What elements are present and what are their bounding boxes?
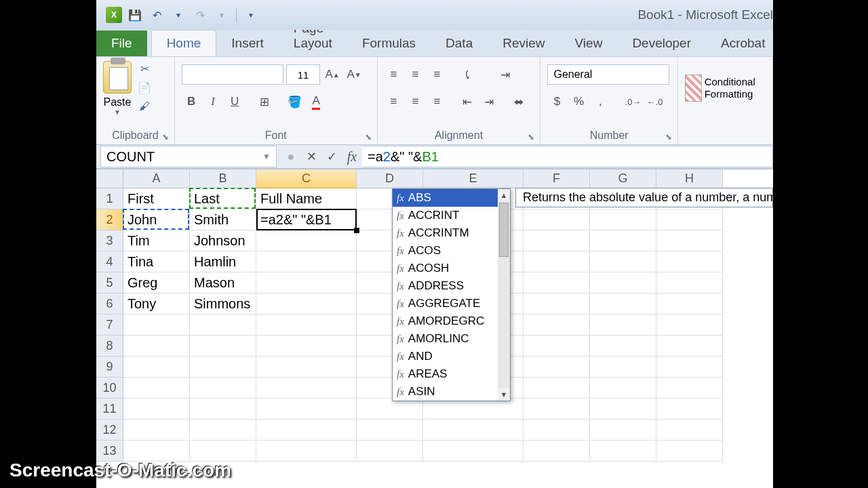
cell-F9[interactable] xyxy=(524,357,590,378)
cell-F13[interactable] xyxy=(524,441,590,462)
align-middle-button[interactable]: ≡ xyxy=(406,65,425,84)
cell-G3[interactable] xyxy=(590,230,656,251)
cell-F7[interactable] xyxy=(524,314,590,336)
redo-button[interactable]: ↷ xyxy=(193,7,208,22)
cell-C11[interactable] xyxy=(256,399,357,420)
cell-G9[interactable] xyxy=(590,357,656,378)
shrink-font-button[interactable]: A▼ xyxy=(344,65,363,84)
cell-B12[interactable] xyxy=(190,420,256,441)
name-box[interactable]: COUNT ▼ xyxy=(100,146,277,167)
cell-F2[interactable] xyxy=(524,209,590,230)
cell-B2[interactable]: Smith xyxy=(190,209,256,230)
fill-color-button[interactable]: 🪣 xyxy=(285,92,304,111)
font-size-select[interactable] xyxy=(286,64,320,85)
cell-B1[interactable]: Last xyxy=(190,188,256,209)
cell-F5[interactable] xyxy=(524,272,590,293)
cell-C2[interactable]: =a2&" "&B1 xyxy=(256,209,357,230)
cell-G13[interactable] xyxy=(590,441,656,462)
function-scrollbar[interactable]: ▲ ▼ xyxy=(498,189,510,401)
cell-A4[interactable]: Tina xyxy=(123,251,190,272)
cell-F11[interactable] xyxy=(524,399,590,420)
row-header-4[interactable]: 4 xyxy=(96,251,123,272)
tab-file[interactable]: File xyxy=(96,30,147,56)
increase-decimal-button[interactable]: .0→ xyxy=(623,92,642,111)
cell-D13[interactable] xyxy=(357,441,423,462)
function-autocomplete-dropdown[interactable]: fxABSfxACCRINTfxACCRINTMfxACOSfxACOSHfxA… xyxy=(392,188,511,401)
cell-H12[interactable] xyxy=(656,420,723,441)
cell-A11[interactable] xyxy=(123,399,190,420)
cell-G12[interactable] xyxy=(590,420,656,441)
select-all-corner[interactable] xyxy=(96,169,123,188)
cell-A7[interactable] xyxy=(123,314,190,336)
merge-button[interactable]: ⬌ xyxy=(509,92,528,111)
tab-developer[interactable]: Developer xyxy=(617,30,706,56)
cell-H11[interactable] xyxy=(656,399,723,420)
wrap-text-button[interactable]: ⇥ xyxy=(496,65,515,84)
undo-dropdown[interactable]: ▼ xyxy=(171,7,186,22)
cell-C13[interactable] xyxy=(256,441,357,462)
cell-A2[interactable]: John xyxy=(123,209,190,230)
row-header-12[interactable]: 12 xyxy=(96,420,123,441)
increase-indent-button[interactable]: ⇥ xyxy=(479,92,498,111)
cancel-formula-button[interactable]: ✕ xyxy=(301,146,321,167)
function-item-amorlinc[interactable]: fxAMORLINC xyxy=(393,330,498,348)
row-header-8[interactable]: 8 xyxy=(96,336,123,357)
decrease-indent-button[interactable]: ⇤ xyxy=(458,92,477,111)
cell-G4[interactable] xyxy=(590,251,656,272)
cell-F3[interactable] xyxy=(524,230,590,251)
align-right-button[interactable]: ≡ xyxy=(428,92,447,111)
cell-C8[interactable] xyxy=(256,336,357,357)
orientation-button[interactable]: ⤹ xyxy=(458,65,477,84)
function-item-abs[interactable]: fxABS xyxy=(393,189,498,207)
bold-button[interactable]: B xyxy=(182,92,201,111)
cell-C3[interactable] xyxy=(256,230,357,251)
function-item-accrintm[interactable]: fxACCRINTM xyxy=(393,224,498,242)
column-header-C[interactable]: C xyxy=(256,169,357,188)
cell-H2[interactable] xyxy=(656,209,723,230)
column-header-E[interactable]: E xyxy=(423,169,524,188)
align-left-button[interactable]: ≡ xyxy=(384,92,403,111)
font-name-select[interactable] xyxy=(182,64,283,85)
cell-D12[interactable] xyxy=(357,420,423,441)
cell-C7[interactable] xyxy=(256,314,357,336)
cell-A12[interactable] xyxy=(123,420,190,441)
cut-button[interactable]: ✂ xyxy=(137,61,152,76)
font-color-button[interactable]: A xyxy=(307,92,326,111)
cell-A1[interactable]: First xyxy=(123,188,190,209)
row-header-7[interactable]: 7 xyxy=(96,314,123,336)
save-button[interactable]: 💾 xyxy=(127,7,142,22)
function-item-acosh[interactable]: fxACOSH xyxy=(393,260,498,277)
function-item-accrint[interactable]: fxACCRINT xyxy=(393,207,498,224)
function-item-address[interactable]: fxADDRESS xyxy=(393,277,498,295)
clipboard-launcher[interactable]: ⬊ xyxy=(162,132,172,142)
align-bottom-button[interactable]: ≡ xyxy=(428,65,447,84)
tab-view[interactable]: View xyxy=(560,30,618,56)
column-header-F[interactable]: F xyxy=(524,169,590,188)
cell-B5[interactable]: Mason xyxy=(190,272,256,293)
cell-E13[interactable] xyxy=(423,441,524,462)
column-header-G[interactable]: G xyxy=(590,169,656,188)
cell-B9[interactable] xyxy=(190,357,256,378)
cell-B13[interactable] xyxy=(190,441,256,462)
cell-A10[interactable] xyxy=(123,378,190,399)
font-launcher[interactable]: ⬊ xyxy=(365,132,374,142)
cell-G7[interactable] xyxy=(590,314,656,336)
align-top-button[interactable]: ≡ xyxy=(384,65,403,84)
fill-handle[interactable] xyxy=(354,228,359,233)
tab-insert[interactable]: Insert xyxy=(216,30,279,56)
cell-G5[interactable] xyxy=(590,272,656,293)
row-header-13[interactable]: 13 xyxy=(96,441,123,462)
percent-format-button[interactable]: % xyxy=(569,92,588,111)
tab-acrobat[interactable]: Acrobat xyxy=(706,30,780,56)
align-center-button[interactable]: ≡ xyxy=(406,92,425,111)
insert-function-button[interactable]: fx xyxy=(342,146,362,167)
cell-A9[interactable] xyxy=(123,357,190,378)
redo-dropdown[interactable]: ▼ xyxy=(214,7,229,22)
cell-C10[interactable] xyxy=(256,378,357,399)
cell-B10[interactable] xyxy=(190,378,256,399)
decrease-decimal-button[interactable]: ←.0 xyxy=(645,92,664,111)
cell-F12[interactable] xyxy=(524,420,590,441)
accounting-format-button[interactable]: $ xyxy=(547,92,566,111)
cell-E12[interactable] xyxy=(423,420,524,441)
scroll-up-button[interactable]: ▲ xyxy=(498,189,510,201)
